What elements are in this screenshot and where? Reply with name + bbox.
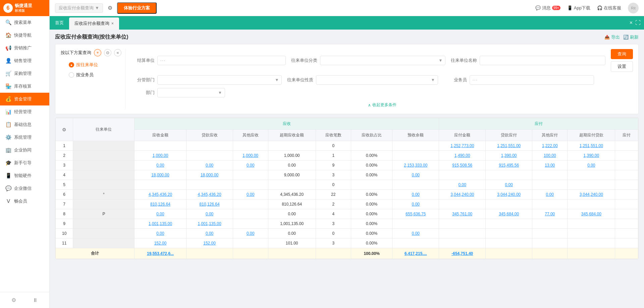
collapse-more-button[interactable]: ∧ 收起更多条件 — [131, 101, 633, 109]
cell-yfje[interactable]: 3,044,240.00 — [439, 190, 486, 200]
cell-ysje[interactable]: 1,000.00 — [135, 151, 186, 161]
cell-cqyftk[interactable]: 0.00 — [568, 161, 615, 170]
sidebar-item-marketing[interactable]: 📢 营销推广 — [0, 42, 49, 54]
sidebar-item-guide[interactable]: 🎓 新手引导 — [0, 157, 49, 169]
cell-dkyf[interactable]: 915,495.56 — [486, 161, 532, 170]
cell-ysje[interactable]: 0.00 — [135, 209, 186, 219]
cell-yfje[interactable]: 1,490.00 — [439, 151, 486, 161]
cell-ysje[interactable]: 0.00 — [135, 161, 186, 170]
cell-yfje[interactable]: 915,508.56 — [439, 161, 486, 170]
sidebar-item-quick-nav[interactable]: 🏠 快捷导航 — [0, 29, 49, 42]
breadcrumb[interactable]: 应收应付余额查询 ▼ — [55, 3, 103, 13]
cell-qtys[interactable]: 1,000.00 — [233, 151, 268, 161]
window-expand-button[interactable]: ⛶ — [635, 20, 641, 26]
window-close-button[interactable]: × — [630, 20, 633, 26]
cell-qtyf[interactable]: 1,222.00 — [532, 141, 568, 151]
cell-dkys[interactable]: 810,126.64 — [186, 200, 233, 209]
cell-ysje[interactable]: 18,000.00 — [135, 170, 186, 180]
cell-yfje[interactable]: 345,761.00 — [439, 209, 486, 219]
sidebar-collapse-button[interactable]: ⏸ — [31, 296, 39, 305]
cell-qtys[interactable]: 0.00 — [233, 190, 268, 200]
app-download-button[interactable]: 📱 App下载 — [567, 5, 590, 11]
cell-dkys[interactable]: 0.00 — [186, 161, 233, 170]
cell-dkys[interactable]: 1,001,135.00 — [186, 219, 233, 229]
cell-dkyf[interactable]: 1,251,551.00 — [486, 141, 532, 151]
cell-qtyf[interactable]: 77.00 — [532, 209, 568, 219]
cell-dkys[interactable]: 152.00 — [186, 238, 233, 248]
unit-name-input[interactable] — [480, 56, 605, 65]
avatar[interactable]: Rit — [628, 3, 639, 13]
table-settings-icon[interactable]: ⚙ — [62, 127, 66, 132]
cell-ysje[interactable]: 0.00 — [135, 229, 186, 238]
cell-cqyftk[interactable]: 345,684.00 — [568, 209, 615, 219]
refresh-button[interactable]: 🔄 刷新 — [623, 34, 639, 40]
sidebar-item-hardware[interactable]: 📱 智能硬件 — [0, 169, 49, 182]
cell-dkyf[interactable]: 3,044,240.00 — [486, 190, 532, 200]
sidebar-item-search-menu[interactable]: 🔍 搜索菜单 — [0, 16, 49, 29]
promo-button[interactable]: 体验行业方案 — [117, 2, 157, 14]
cell-dkys[interactable]: 4,345,436.20 — [186, 190, 233, 200]
cell-ysye[interactable]: 0.00 — [392, 190, 439, 200]
tab-home[interactable]: 首页 — [50, 16, 69, 30]
message-button[interactable]: 💬 消息 99+ — [535, 5, 560, 11]
unit-category-input[interactable]: ▼ — [320, 56, 446, 65]
tab-close-icon[interactable]: × — [111, 21, 114, 26]
export-button[interactable]: 📤 导出 — [604, 34, 620, 40]
sidebar-item-sales[interactable]: 👤 销售管理 — [0, 54, 49, 67]
query-button[interactable]: 查询 — [611, 49, 633, 59]
sidebar-item-wechat[interactable]: 💬 企业微信 — [0, 182, 49, 195]
search-option-salesman[interactable]: 按业务员 — [66, 71, 121, 79]
total-yfje[interactable]: -654,751.40 — [439, 248, 486, 259]
tab-active[interactable]: 应收应付余额查询 × — [69, 17, 119, 30]
cell-ysje[interactable]: 810,126.64 — [135, 200, 186, 209]
gear-icon[interactable]: ⚙ — [106, 3, 114, 12]
cell-qtyf[interactable]: 0.00 — [532, 190, 568, 200]
dept-input[interactable]: ▼ — [157, 88, 225, 97]
cell-dkyf[interactable]: 345,684.00 — [486, 209, 532, 219]
cell-cqyftk[interactable]: 1,251,551.00 — [568, 141, 615, 151]
cell-yfje[interactable]: 1,252,773.00 — [439, 141, 486, 151]
dept-manager-input[interactable]: ▼ — [157, 75, 282, 85]
cell-ysye[interactable]: 0.00 — [392, 200, 439, 209]
cell-qtyf[interactable]: 100.00 — [532, 151, 568, 161]
cell-qtys[interactable]: 0.00 — [233, 161, 268, 170]
total-ysye[interactable]: 6,417,215.... — [392, 248, 439, 259]
unit-nature-input[interactable]: ▼ — [316, 75, 438, 85]
cell-ysye[interactable]: 0.00 — [392, 229, 439, 238]
online-service-button[interactable]: 🎧 在线客服 — [597, 5, 621, 11]
finance-icon: 💰 — [5, 96, 11, 102]
cell-cqyftk[interactable]: 1,390.00 — [568, 151, 615, 161]
sidebar-settings-button[interactable]: ⚙ — [10, 296, 17, 305]
sidebar-item-corp[interactable]: 🏢 企业协同 — [0, 144, 49, 157]
sidebar-item-member[interactable]: Ⅴ 畅会员 — [0, 195, 49, 208]
cell-dkyf[interactable]: 0.00 — [486, 180, 532, 190]
cell-ysye[interactable]: 2,153,333.00 — [392, 161, 439, 170]
sidebar-item-system[interactable]: ⚙️ 系统管理 — [0, 131, 49, 144]
cell-ysje[interactable]: 4,345,436.20 — [135, 190, 186, 200]
setting-button[interactable]: 设置 — [611, 61, 633, 72]
sidebar-item-basic[interactable]: 📋 基础信息 — [0, 118, 49, 131]
search-settings-button[interactable]: ⊙ — [104, 49, 111, 56]
cell-dkys[interactable]: 0.00 — [186, 209, 233, 219]
cell-dkys[interactable]: 18,000.00 — [186, 170, 233, 180]
search-add-button[interactable]: + — [94, 49, 101, 56]
sidebar-item-management[interactable]: 📊 经营管理 — [0, 105, 49, 118]
cell-yfje[interactable]: 0.00 — [439, 180, 486, 190]
search-collapse-button[interactable]: « — [114, 49, 121, 56]
sidebar-item-purchase[interactable]: 🛒 采购管理 — [0, 67, 49, 80]
sidebar-item-inventory[interactable]: 🏪 库存核算 — [0, 80, 49, 93]
cell-dkys[interactable]: 0.00 — [186, 229, 233, 238]
sidebar-item-finance[interactable]: 💰 资金管理 — [0, 93, 49, 105]
cell-ysye[interactable]: 655,636.75 — [392, 209, 439, 219]
settlement-unit-input[interactable]: ··· — [157, 56, 286, 65]
cell-cqyftk[interactable]: 3,044,240.00 — [568, 190, 615, 200]
cell-ysje[interactable]: 1,001,135.00 — [135, 219, 186, 229]
cell-ysye[interactable]: 0.00 — [392, 170, 439, 180]
salesman-input[interactable]: ··· — [470, 75, 594, 85]
total-ysje[interactable]: 19,553,472,6... — [135, 248, 186, 259]
cell-ysje[interactable]: 152.00 — [135, 238, 186, 248]
cell-dkyf[interactable]: 1,390.00 — [486, 151, 532, 161]
cell-qtyf[interactable]: 13.00 — [532, 161, 568, 170]
search-option-unit[interactable]: ● 按往来单位 — [66, 60, 121, 69]
cell-qtys[interactable]: 0.00 — [233, 229, 268, 238]
